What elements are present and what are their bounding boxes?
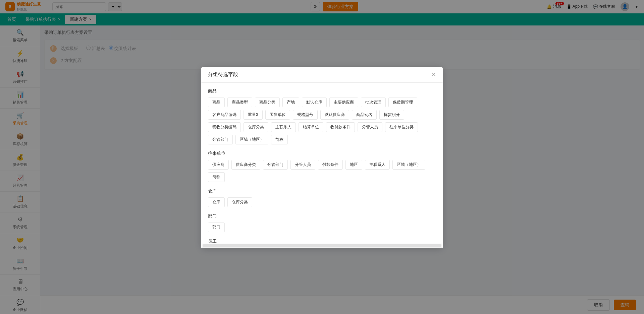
field-group-partner-title: 往来单位	[208, 150, 436, 156]
field-tag[interactable]: 客户商品编码	[208, 110, 241, 120]
field-tag[interactable]: 分管人员	[358, 122, 382, 132]
field-tag[interactable]: 分管部门	[263, 160, 288, 170]
field-group-partner-tags: 供应商供应商分类分管部门分管人员付款条件地区主联系人区域（地区）简称	[208, 160, 436, 182]
field-tag[interactable]: 地区	[345, 160, 362, 170]
hscroll-track	[203, 244, 441, 247]
field-tag[interactable]: 供应商分类	[231, 160, 260, 170]
field-group-dept-title: 部门	[208, 213, 436, 219]
field-group-dept-tags: 部门	[208, 223, 436, 232]
field-tag[interactable]: 批次管理	[361, 98, 386, 107]
field-tag[interactable]: 仓库分类	[244, 122, 268, 132]
field-tag[interactable]: 简称	[208, 172, 225, 182]
field-group-staff: 员工 业务员	[208, 238, 436, 244]
modal-overlay: 分组待选字段 ✕ 商品 商品商品类型商品分类产地默认仓库主要供应商批次管理保质期…	[0, 0, 644, 314]
field-tag[interactable]: 拣货积分	[379, 110, 404, 120]
field-tag[interactable]: 仓库分类	[227, 197, 252, 207]
field-group-warehouse-tags: 仓库仓库分类	[208, 197, 436, 207]
field-tag[interactable]: 商品类型	[227, 98, 252, 107]
field-group-dept: 部门 部门	[208, 213, 436, 232]
field-group-warehouse: 仓库 仓库仓库分类	[208, 188, 436, 207]
field-tag[interactable]: 保质期管理	[388, 98, 417, 107]
field-tag[interactable]: 付款条件	[318, 160, 343, 170]
modal-header: 分组待选字段 ✕	[201, 67, 443, 83]
field-tag[interactable]: 仓库	[208, 197, 225, 207]
field-tag[interactable]: 产地	[282, 98, 299, 107]
modal-horizontal-scrollbar[interactable]	[201, 244, 443, 248]
field-tag[interactable]: 简称	[271, 135, 288, 144]
field-tag[interactable]: 税收分类编码	[208, 122, 241, 132]
field-tag[interactable]: 分管人员	[290, 160, 315, 170]
field-tag[interactable]: 主要供应商	[329, 98, 358, 107]
field-tag[interactable]: 区域（地区）	[235, 135, 268, 144]
field-tag[interactable]: 收付款条件	[326, 122, 355, 132]
modal-body-scroll[interactable]: 商品 商品商品类型商品分类产地默认仓库主要供应商批次管理保质期管理客户商品编码重…	[201, 83, 443, 244]
field-group-partner: 往来单位 供应商供应商分类分管部门分管人员付款条件地区主联系人区域（地区）简称	[208, 150, 436, 182]
field-tag[interactable]: 供应商	[208, 160, 229, 170]
modal-body: 商品 商品商品类型商品分类产地默认仓库主要供应商批次管理保质期管理客户商品编码重…	[201, 83, 443, 244]
field-group-warehouse-title: 仓库	[208, 188, 436, 194]
field-tag[interactable]: 规格型号	[293, 110, 318, 120]
field-tag[interactable]: 区域（地区）	[392, 160, 425, 170]
modal-title: 分组待选字段	[208, 71, 238, 78]
field-tag[interactable]: 往来单位分类	[385, 122, 418, 132]
field-tag[interactable]: 结算单位	[299, 122, 323, 132]
field-tag[interactable]: 主联系人	[365, 160, 390, 170]
field-tag[interactable]: 零售单位	[265, 110, 290, 120]
field-tag[interactable]: 商品别名	[352, 110, 377, 120]
field-tag[interactable]: 分管部门	[208, 135, 233, 144]
field-tag[interactable]: 默认供应商	[320, 110, 349, 120]
field-group-staff-title: 员工	[208, 238, 436, 244]
field-group-product: 商品 商品商品类型商品分类产地默认仓库主要供应商批次管理保质期管理客户商品编码重…	[208, 88, 436, 144]
field-group-product-tags: 商品商品类型商品分类产地默认仓库主要供应商批次管理保质期管理客户商品编码重量3零…	[208, 98, 436, 144]
field-group-product-title: 商品	[208, 88, 436, 94]
modal-close-button[interactable]: ✕	[431, 71, 436, 77]
field-selection-modal: 分组待选字段 ✕ 商品 商品商品类型商品分类产地默认仓库主要供应商批次管理保质期…	[201, 67, 443, 248]
field-tag[interactable]: 商品	[208, 98, 225, 107]
field-tag[interactable]: 默认仓库	[302, 98, 327, 107]
field-tag[interactable]: 部门	[208, 223, 225, 232]
field-tag[interactable]: 主联系人	[271, 122, 296, 132]
field-tag[interactable]: 商品分类	[255, 98, 280, 107]
field-tag[interactable]: 重量3	[244, 110, 263, 120]
